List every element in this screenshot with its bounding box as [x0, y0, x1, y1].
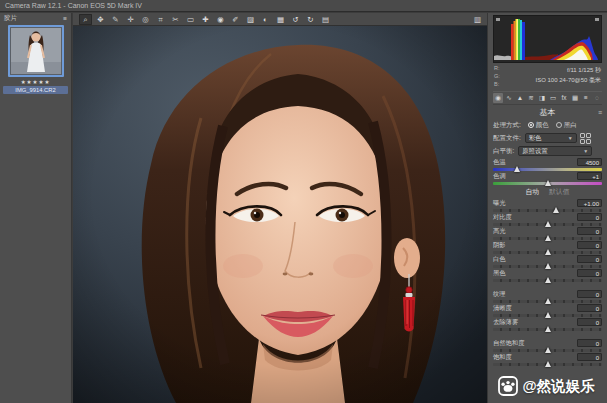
tab-detail[interactable]: ▲: [515, 93, 525, 103]
dehaze-thumb[interactable]: [545, 326, 551, 332]
tab-effects[interactable]: fx: [559, 93, 569, 103]
blacks-thumb[interactable]: [545, 277, 551, 283]
texture-track[interactable]: [493, 300, 602, 303]
toggle-panel-icon[interactable]: ▥: [471, 14, 484, 25]
clarity-track[interactable]: [493, 314, 602, 317]
exposure-label: 曝光: [493, 199, 577, 208]
vibrance-track[interactable]: [493, 349, 602, 352]
white-balance-tool-icon[interactable]: ✎: [109, 14, 122, 25]
spot-removal-tool-icon[interactable]: ✚: [199, 14, 212, 25]
exposure-thumb[interactable]: [553, 207, 559, 213]
shadows-track[interactable]: [493, 251, 602, 254]
filmstrip-thumbnail[interactable]: [8, 25, 64, 77]
whites-thumb[interactable]: [545, 263, 551, 269]
temperature-value[interactable]: 4500: [577, 158, 602, 166]
highlights-label: 高光: [493, 227, 577, 236]
exposure-slider: 曝光+1.00: [493, 199, 602, 212]
thumbnail-filename: IMG_9914.CR2: [3, 86, 68, 94]
tab-tone-curve[interactable]: ∿: [504, 93, 514, 103]
rotate-left-button-icon[interactable]: ↺: [289, 14, 302, 25]
blacks-label: 黑色: [493, 269, 577, 278]
clarity-value[interactable]: 0: [577, 304, 602, 312]
saturation-thumb[interactable]: [545, 361, 551, 367]
filmstrip-menu-icon[interactable]: ≡: [63, 15, 67, 22]
tab-lens-corrections[interactable]: ▭: [548, 93, 558, 103]
panel-menu-icon[interactable]: ≡: [598, 107, 602, 119]
contrast-track[interactable]: [493, 223, 602, 226]
preferences-button-icon[interactable]: ▦: [274, 14, 287, 25]
treatment-bw-label[interactable]: 黑白: [564, 121, 577, 130]
dehaze-label: 去除薄雾: [493, 318, 577, 327]
auto-link[interactable]: 自动: [526, 188, 540, 195]
dehaze-value[interactable]: 0: [577, 318, 602, 326]
vibrance-thumb[interactable]: [545, 347, 551, 353]
targeted-adjustment-tool-icon[interactable]: ◎: [139, 14, 152, 25]
crop-tool-icon[interactable]: ⌗: [154, 14, 167, 25]
tab-snapshots[interactable]: ◌: [592, 93, 602, 103]
graduated-filter-tool-icon[interactable]: ▨: [244, 14, 257, 25]
treatment-color-label[interactable]: 颜色: [536, 121, 549, 130]
tab-calibration[interactable]: ▦: [570, 93, 580, 103]
shadows-value[interactable]: 0: [577, 241, 602, 249]
exposure-value[interactable]: +1.00: [577, 199, 602, 207]
histogram[interactable]: [493, 15, 602, 63]
profile-select[interactable]: 彩色 ▼: [525, 133, 577, 143]
shadows-slider: 阴影0: [493, 241, 602, 254]
contrast-slider: 对比度0: [493, 213, 602, 226]
vibrance-value[interactable]: 0: [577, 339, 602, 347]
texture-slider: 纹理0: [493, 290, 602, 303]
clarity-thumb[interactable]: [545, 312, 551, 318]
default-link[interactable]: 默认值: [549, 188, 569, 195]
treatment-bw-radio[interactable]: [556, 122, 562, 128]
dehaze-track[interactable]: [493, 328, 602, 331]
image-canvas[interactable]: [73, 26, 487, 403]
shadows-thumb[interactable]: [545, 249, 551, 255]
saturation-track[interactable]: [493, 363, 602, 366]
straighten-tool-icon[interactable]: ✂: [169, 14, 182, 25]
tint-value[interactable]: +1: [577, 172, 602, 180]
radial-filter-tool-icon[interactable]: ◐: [259, 14, 272, 25]
tab-presets[interactable]: ≡: [581, 93, 591, 103]
tab-hsl[interactable]: ≋: [526, 93, 536, 103]
highlights-track[interactable]: [493, 237, 602, 240]
tint-track[interactable]: [493, 182, 602, 185]
tab-basic[interactable]: ◉: [493, 93, 503, 103]
texture-value[interactable]: 0: [577, 290, 602, 298]
adjustment-brush-tool-icon[interactable]: ✐: [229, 14, 242, 25]
profile-browser-icon[interactable]: [580, 133, 591, 144]
temperature-track[interactable]: [493, 168, 602, 171]
shadow-clipping-indicator[interactable]: [496, 18, 500, 21]
filmstrip-panel: 胶片 ≡ ★★★★★ IMG_9914.CR2: [0, 13, 72, 403]
exposure-track[interactable]: [493, 209, 602, 212]
portrait-photo: [73, 26, 487, 403]
contrast-thumb[interactable]: [545, 221, 551, 227]
filmstrip-header-label: 胶片: [4, 14, 17, 23]
panel-tabs: ◉∿▲≋◨▭fx▦≡◌: [493, 91, 602, 105]
tab-split-toning[interactable]: ◨: [537, 93, 547, 103]
transform-tool-icon[interactable]: ▭: [184, 14, 197, 25]
contrast-value[interactable]: 0: [577, 213, 602, 221]
chevron-down-icon: ▼: [565, 135, 573, 141]
texture-thumb[interactable]: [545, 298, 551, 304]
tint-thumb[interactable]: [545, 180, 551, 186]
zoom-tool-icon[interactable]: ⌕: [79, 14, 92, 25]
whites-track[interactable]: [493, 265, 602, 268]
delete-button-icon[interactable]: ▤: [319, 14, 332, 25]
temperature-thumb[interactable]: [514, 166, 520, 172]
saturation-value[interactable]: 0: [577, 353, 602, 361]
thumbnail-rating[interactable]: ★★★★★: [0, 79, 71, 85]
red-eye-tool-icon[interactable]: ◉: [214, 14, 227, 25]
highlights-value[interactable]: 0: [577, 227, 602, 235]
treatment-color-radio[interactable]: [528, 122, 534, 128]
highlights-thumb[interactable]: [545, 235, 551, 241]
color-sampler-tool-icon[interactable]: ✛: [124, 14, 137, 25]
white-balance-select[interactable]: 原照设置 ▼: [518, 146, 592, 156]
highlight-clipping-indicator[interactable]: [595, 18, 599, 21]
exif-aperture-shutter: f/11 1/125 秒: [536, 65, 601, 75]
rotate-right-button-icon[interactable]: ↻: [304, 14, 317, 25]
blacks-track[interactable]: [493, 279, 602, 282]
whites-label: 白色: [493, 255, 577, 264]
whites-value[interactable]: 0: [577, 255, 602, 263]
blacks-value[interactable]: 0: [577, 269, 602, 277]
hand-tool-icon[interactable]: ✥: [94, 14, 107, 25]
